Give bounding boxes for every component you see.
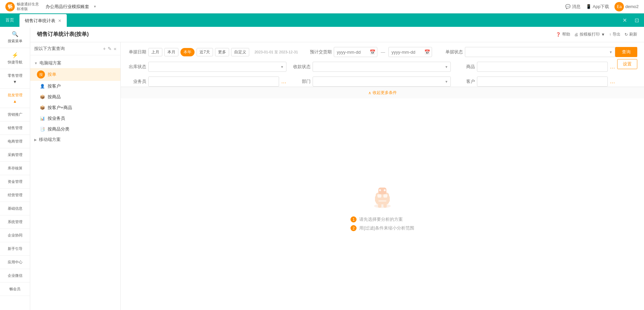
- doc-status-group: 单据状态 ▼: [444, 47, 615, 57]
- action-buttons: 查询 设置: [615, 42, 644, 87]
- expected-delivery-end-wrapper: 📅: [388, 47, 432, 57]
- pc-group-arrow-icon: ▼: [34, 61, 38, 65]
- scheme-item-by-customer-product[interactable]: 📦 按客户+商品: [30, 102, 120, 113]
- salesperson-scheme-icon: 📊: [40, 116, 45, 121]
- salesperson-input[interactable]: [148, 76, 279, 87]
- tab-home[interactable]: 首页: [0, 13, 19, 27]
- sidebar-item-quick-nav[interactable]: ⚡ 快捷导航: [0, 48, 30, 69]
- sidebar-item-newbie[interactable]: 新手引导: [0, 242, 30, 256]
- empty-tip-1: 1 请先选择要分析的方案: [351, 216, 414, 222]
- main-content: 🔍 搜索菜单 ⚡ 快捷导航 零售管理 ▼ 批发管理 ▲ 营销推广 销售管理 电商…: [0, 27, 644, 310]
- sidebar-item-member[interactable]: 畅会员: [0, 282, 30, 296]
- scheme-item-by-salesperson[interactable]: 📊 按业务员: [30, 113, 120, 124]
- date-btn-this-month[interactable]: 本月: [164, 48, 178, 56]
- sidebar-item-finance[interactable]: 资金管理: [0, 175, 30, 189]
- salesperson-filter-group: 业务员 …: [127, 76, 286, 87]
- filter-fields: 单据日期 上月 本月 本年 近7天 更多 自定义 2023-01-01 至 20…: [121, 42, 615, 87]
- search-icon: 🔍: [12, 31, 18, 37]
- sidebar-item-ecommerce[interactable]: 电商管理: [0, 135, 30, 148]
- print-dropdown-icon: ▼: [601, 32, 605, 37]
- sidebar-item-wholesale[interactable]: 批发管理 ▲: [0, 89, 30, 108]
- svg-rect-2: [377, 194, 381, 198]
- mobile-scheme-group: ▶ 移动端方案: [30, 135, 120, 145]
- sidebar-item-enterprise-wechat[interactable]: 企业微信: [0, 269, 30, 282]
- export-button[interactable]: ↑ 导出: [609, 32, 621, 37]
- message-button[interactable]: 💬 消息: [565, 4, 581, 10]
- doc-status-select[interactable]: [465, 47, 615, 57]
- sidebar-item-operations[interactable]: 经营管理: [0, 189, 30, 202]
- logo-area: 畅 畅捷通好生意 标准版: [5, 2, 39, 11]
- payment-status-select[interactable]: [313, 62, 451, 72]
- tab-bar: 首页 销售订单统计表 ✕ ✕ ⊡: [0, 13, 644, 27]
- help-button[interactable]: ❓ 帮助: [556, 32, 570, 37]
- settings-button[interactable]: 设置: [617, 59, 637, 69]
- date-btn-last-month[interactable]: 上月: [148, 48, 162, 56]
- sidebar-item-retail[interactable]: 零售管理 ▼: [0, 69, 30, 89]
- app-download-button[interactable]: 📱 App下载: [586, 4, 609, 10]
- tab-sales-order-stats[interactable]: 销售订单统计表 ✕: [19, 14, 67, 28]
- scheme-item-by-product[interactable]: 📦 按商品: [30, 92, 120, 102]
- query-button[interactable]: 查询: [615, 47, 637, 57]
- collapse-icon: ∧: [368, 91, 371, 95]
- sidebar-item-enterprise[interactable]: 企业协同: [0, 229, 30, 242]
- tab-maximize-button[interactable]: ⊡: [632, 15, 641, 25]
- quick-nav-icon: ⚡: [12, 52, 18, 58]
- help-icon: ❓: [556, 32, 561, 37]
- product-input[interactable]: [477, 62, 608, 72]
- pc-scheme-group-header[interactable]: ▼ 电脑端方案: [30, 58, 120, 68]
- sidebar-item-search[interactable]: 🔍 搜索菜单: [0, 27, 30, 48]
- collapse-panel-button[interactable]: «: [114, 46, 116, 51]
- scheme-item-by-customer[interactable]: 👤 按客户: [30, 81, 120, 92]
- date-btn-this-year[interactable]: 本年: [180, 48, 195, 56]
- category-scheme-icon: 📑: [40, 126, 45, 132]
- left-panel-actions: + ✎ «: [103, 46, 116, 51]
- customer-filter-group: 客户 …: [456, 76, 615, 87]
- sidebar-item-basic[interactable]: 基础信息: [0, 202, 30, 215]
- user-menu-button[interactable]: Ea demo2: [614, 2, 639, 11]
- sidebar-item-system[interactable]: 系统管理: [0, 215, 30, 229]
- add-scheme-button[interactable]: +: [103, 46, 106, 51]
- out-status-select[interactable]: [148, 62, 286, 72]
- filter-row-3: 业务员 … 部门 ▼: [127, 76, 615, 87]
- date-btn-more[interactable]: 更多: [215, 48, 229, 56]
- tab-close-icon[interactable]: ✕: [58, 18, 61, 23]
- sidebar-item-inventory[interactable]: 库存核算: [0, 162, 30, 175]
- salesperson-more-button[interactable]: …: [281, 79, 286, 85]
- scheme-item-by-category[interactable]: 📑 按商品分类: [30, 124, 120, 135]
- doc-status-select-wrapper: ▼: [465, 47, 615, 57]
- product-more-button[interactable]: …: [610, 64, 615, 70]
- scheme-item-by-order[interactable]: 按 按单: [30, 68, 120, 81]
- sidebar-item-app-center[interactable]: 应用中心: [0, 256, 30, 269]
- scheme-section: ▼ 电脑端方案 按 按单 👤 按客户: [30, 55, 120, 147]
- app-title-dropdown[interactable]: ▼: [93, 5, 97, 8]
- mobile-scheme-group-header[interactable]: ▶ 移动端方案: [30, 135, 120, 145]
- sidebar-item-sales[interactable]: 销售管理: [0, 121, 30, 135]
- department-filter-group: 部门 ▼: [292, 76, 451, 87]
- customer-more-button[interactable]: …: [610, 79, 615, 85]
- sidebar-item-marketing[interactable]: 营销推广: [0, 108, 30, 121]
- top-bar-right: 💬 消息 📱 App下载 Ea demo2: [565, 2, 639, 11]
- tab-close-all-button[interactable]: ✕: [620, 15, 629, 25]
- page-title: 销售订单统计表(按单): [37, 31, 89, 42]
- sidebar-item-purchase[interactable]: 采购管理: [0, 148, 30, 162]
- template-print-button[interactable]: 🖨 按模板打印 ▼: [574, 32, 605, 37]
- app-title: 办公用品行业模拟账套: [46, 4, 89, 10]
- refresh-button[interactable]: ↻ 刷新: [625, 32, 637, 37]
- download-icon: 📱: [586, 4, 591, 9]
- date-btn-custom[interactable]: 自定义: [231, 48, 249, 56]
- top-bar-left: 畅 畅捷通好生意 标准版 办公用品行业模拟账套 ▼: [5, 2, 97, 11]
- out-status-group: 出库状态 ▼: [127, 62, 286, 72]
- collapse-bar[interactable]: ∧ 收起更多条件: [121, 87, 644, 98]
- date-btn-last-7-days[interactable]: 近7天: [197, 48, 213, 56]
- pc-scheme-group: ▼ 电脑端方案 按 按单 👤 按客户: [30, 58, 120, 135]
- empty-tips: 1 请先选择要分析的方案 2 用[过滤]条件来缩小分析范围: [351, 216, 414, 231]
- expected-delivery-start-wrapper: 📅: [334, 47, 377, 57]
- product-filter-group: 商品 …: [456, 62, 615, 72]
- expected-delivery-group: 预计交货期 📅 — 📅: [310, 47, 432, 57]
- right-panel: 单据日期 上月 本月 本年 近7天 更多 自定义 2023-01-01 至 20…: [121, 42, 644, 310]
- department-select[interactable]: [313, 76, 451, 87]
- payment-status-group: 收款状态 ▼: [292, 62, 451, 72]
- customer-input[interactable]: [477, 76, 608, 87]
- edit-scheme-button[interactable]: ✎: [108, 46, 112, 51]
- department-select-wrapper: ▼: [313, 76, 451, 87]
